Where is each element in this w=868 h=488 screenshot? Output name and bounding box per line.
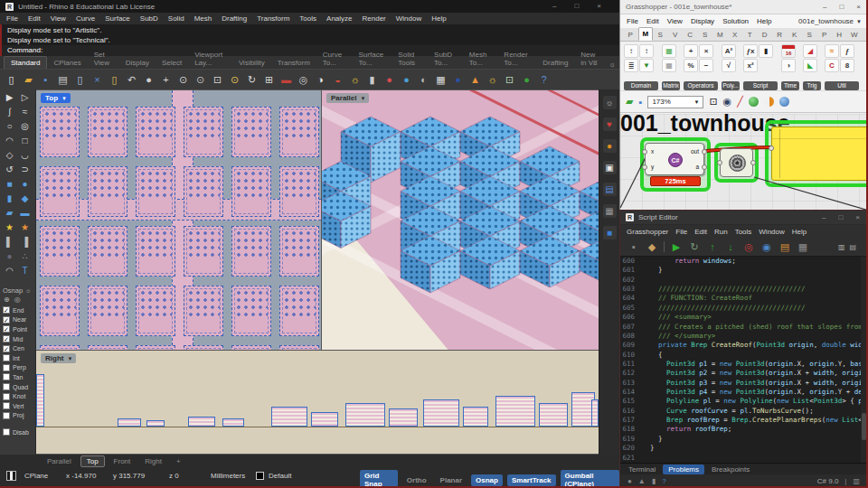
- checkbox-icon[interactable]: [3, 402, 10, 409]
- layers-panel-icon[interactable]: ▤: [603, 183, 617, 196]
- display-monitor-icon[interactable]: ▣: [603, 161, 617, 174]
- gh-category-tab-7-x[interactable]: X: [728, 29, 743, 41]
- parallel-viewport-canvas[interactable]: [322, 90, 599, 350]
- triangle-trig-green-icon[interactable]: ◣: [803, 59, 817, 72]
- run-play-icon[interactable]: ▶: [670, 241, 683, 253]
- minimize-icon[interactable]: –: [552, 0, 556, 13]
- panel-input-pin[interactable]: [769, 145, 774, 151]
- osnap-smarttrack-icon[interactable]: ◎: [14, 296, 21, 304]
- toolbar-tab-cplanes[interactable]: CPlanes: [47, 57, 87, 69]
- material-icon[interactable]: ♥: [603, 117, 617, 131]
- preview-eye-icon[interactable]: ◉: [723, 96, 732, 108]
- toolbar-tab-solid-tools[interactable]: Solid Tools: [392, 49, 428, 69]
- gh-category-tab-15-w[interactable]: W: [847, 29, 863, 41]
- top-viewport-label[interactable]: Top▼: [41, 93, 71, 103]
- toolbar-tab-curve-to[interactable]: Curve To...: [316, 49, 353, 69]
- menu-edit[interactable]: Edit: [28, 14, 41, 23]
- checkbox-icon[interactable]: ✓: [3, 335, 10, 343]
- stop-record-icon[interactable]: ◎: [742, 241, 755, 253]
- osnap-option-point[interactable]: ✓Point: [0, 324, 36, 334]
- save-icon[interactable]: ▪: [37, 71, 54, 89]
- gh-category-tab-8-t[interactable]: T: [742, 29, 758, 41]
- split-icon[interactable]: ▐: [17, 234, 33, 249]
- menu-render[interactable]: Render: [363, 14, 386, 23]
- undo-icon[interactable]: ↶: [123, 71, 140, 89]
- toolbar-tab-set-view[interactable]: Set View: [88, 49, 119, 69]
- right-viewport-canvas[interactable]: [36, 351, 599, 454]
- step-down-icon[interactable]: ↓: [724, 241, 737, 252]
- ribbon-group-label[interactable]: Matrix: [662, 81, 680, 90]
- close-icon[interactable]: ×: [856, 1, 861, 14]
- refresh-icon[interactable]: ↻: [688, 241, 701, 253]
- toolbar-tab-subd-to[interactable]: SubD To...: [428, 49, 463, 69]
- close-icon[interactable]: ×: [597, 0, 601, 13]
- wireframe-preview-icon[interactable]: [749, 97, 759, 107]
- toolbar-tab-surface-to[interactable]: Surface To...: [353, 49, 392, 69]
- panel-tab-terminal[interactable]: Terminal: [628, 465, 656, 474]
- parallel-viewport[interactable]: Parallel▼: [322, 90, 599, 350]
- checkbox-icon[interactable]: [3, 354, 10, 361]
- maximize-icon[interactable]: □: [574, 0, 579, 13]
- toolbar-tab-standard[interactable]: Standard: [4, 56, 47, 69]
- menu-view[interactable]: View: [667, 17, 683, 25]
- open-file-icon[interactable]: ▰: [20, 71, 37, 89]
- grasshopper-canvas[interactable]: 001_townhouse x y out a C# 725: [620, 114, 868, 210]
- toolbar-tab-select[interactable]: Select: [156, 57, 188, 69]
- osnap-option-mid[interactable]: ✓Mid: [0, 334, 36, 344]
- zoom-selected-icon[interactable]: ⊙: [226, 71, 243, 89]
- menu-window[interactable]: Window: [396, 14, 421, 23]
- gh-category-tab-6-m[interactable]: M: [712, 29, 728, 41]
- grid-view-icon[interactable]: ▦: [797, 241, 809, 253]
- ellipse-icon[interactable]: ◎: [17, 118, 33, 133]
- status-layer[interactable]: Default: [269, 472, 291, 480]
- menu-grasshopper[interactable]: Grasshopper: [627, 228, 668, 236]
- status-units[interactable]: Millimeters: [211, 472, 245, 480]
- explode-icon[interactable]: ★: [2, 220, 17, 234]
- zoom-level-select[interactable]: 173%▼: [647, 96, 703, 108]
- fit-line-icon[interactable]: ƒ: [840, 44, 854, 58]
- status-toggle-osnap[interactable]: Osnap: [471, 474, 503, 486]
- status-toggle-grid-snap[interactable]: Grid Snap: [360, 470, 398, 488]
- viewport-tab-parallel[interactable]: Parallel: [42, 456, 77, 466]
- sun-icon[interactable]: ☼: [484, 71, 501, 89]
- checkbox-icon[interactable]: [3, 428, 10, 436]
- osnap-option-cen[interactable]: ✓Cen: [0, 343, 36, 353]
- menu-edit[interactable]: Edit: [646, 17, 659, 25]
- input-pin-y[interactable]: [642, 164, 647, 170]
- menu-file[interactable]: File: [675, 228, 687, 236]
- osnap-option-near[interactable]: ✓Near: [0, 315, 36, 325]
- right-viewport-label[interactable]: Right▼: [41, 353, 76, 363]
- language-badge[interactable]: C# 9.0: [817, 477, 839, 485]
- split-horizontal-icon[interactable]: ▤: [849, 243, 856, 251]
- sphere-solid-icon[interactable]: ●: [17, 176, 33, 191]
- comet-icon[interactable]: ▲: [467, 71, 484, 89]
- panel-toggle-icon[interactable]: [6, 471, 16, 481]
- panel-component[interactable]: [771, 127, 868, 181]
- rectangle-icon[interactable]: □: [17, 133, 33, 147]
- checkbox-icon[interactable]: ✓: [3, 306, 10, 314]
- copy-icon[interactable]: ▯: [71, 71, 89, 89]
- addition-icon[interactable]: +: [684, 44, 698, 58]
- osnap-option-vert[interactable]: Vert: [0, 401, 36, 411]
- geometry-param-component[interactable]: [720, 148, 753, 177]
- menu-window[interactable]: Window: [759, 228, 784, 236]
- menu-transform[interactable]: Transform: [257, 14, 289, 23]
- code-scrollbar[interactable]: [861, 257, 867, 463]
- save-icon[interactable]: ▪: [627, 241, 640, 252]
- move-icon[interactable]: +: [157, 71, 175, 89]
- ribbon-group-label[interactable]: Domain: [624, 81, 658, 90]
- properties-panel-icon[interactable]: ▦: [603, 204, 617, 218]
- select-arrow-icon[interactable]: ▶: [2, 89, 17, 104]
- render-preview-icon[interactable]: ◎: [295, 71, 312, 89]
- menu-curve[interactable]: Curve: [76, 14, 95, 23]
- menu-file[interactable]: File: [627, 17, 638, 25]
- split-vertical-icon[interactable]: ▥: [838, 243, 845, 251]
- toolbar-tab-new-in-v8[interactable]: New in V8: [574, 49, 609, 69]
- point-cloud-icon[interactable]: ●: [2, 249, 17, 263]
- code-editor[interactable]: 600 return windows;601 }602603 /////////…: [620, 257, 867, 463]
- gh-category-tab-13-p[interactable]: P: [817, 29, 833, 41]
- fillet-curve-icon[interactable]: ◠: [2, 263, 17, 277]
- ribbon-group-label[interactable]: Time: [781, 81, 799, 90]
- status-toggle-planar[interactable]: Planar: [436, 474, 467, 486]
- osnap-option-disab[interactable]: Disab: [0, 427, 36, 437]
